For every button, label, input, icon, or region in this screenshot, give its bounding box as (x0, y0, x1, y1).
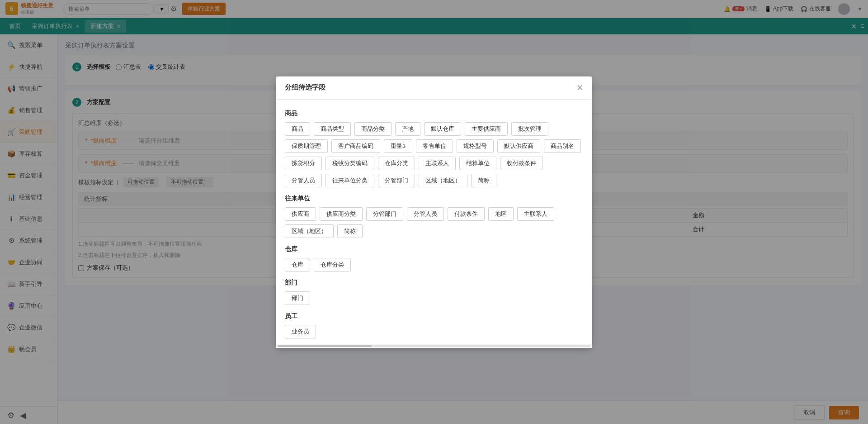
field-tag[interactable]: 供应商 (285, 207, 316, 221)
field-tag[interactable]: 分管部门 (366, 207, 403, 221)
field-tag[interactable]: 地区 (488, 207, 514, 221)
field-tag[interactable]: 简称 (471, 174, 496, 187)
field-tags: 供应商供应商分类分管部门分管人员付款条件地区主联系人区域（地区）简称 (285, 207, 583, 238)
field-tag[interactable]: 商品别名 (544, 139, 581, 153)
scroll-track (278, 345, 590, 347)
field-tag[interactable]: 税收分类编码 (326, 157, 374, 170)
field-section-title: 往来单位 (285, 195, 583, 203)
field-tag[interactable]: 零售单位 (416, 139, 453, 153)
field-tag[interactable]: 区域（地区） (285, 224, 334, 238)
field-section-title: 商品 (285, 110, 583, 118)
field-tag[interactable]: 商品类型 (314, 122, 351, 136)
field-tag[interactable]: 仓库分类 (314, 258, 351, 272)
field-tag[interactable]: 供应商分类 (320, 207, 363, 221)
modal-overlay: 分组待选字段 ✕ 商品商品商品类型商品分类产地默认仓库主要供应商批次管理保质期管… (0, 0, 868, 424)
field-tag[interactable]: 客户商品编码 (331, 139, 380, 153)
field-tag[interactable]: 默认供应商 (497, 139, 540, 153)
modal-close-button[interactable]: ✕ (576, 83, 583, 93)
field-section-title: 仓库 (285, 245, 583, 253)
field-tags: 业务员 (285, 325, 583, 338)
field-tag[interactable]: 拣货积分 (285, 157, 322, 170)
field-tag[interactable]: 规格型号 (457, 139, 494, 153)
field-section-title: 员工 (285, 312, 583, 320)
field-tag[interactable]: 主要供应商 (465, 122, 508, 136)
field-tags: 商品商品类型商品分类产地默认仓库主要供应商批次管理保质期管理客户商品编码重量3零… (285, 122, 583, 187)
modal-body[interactable]: 商品商品商品类型商品分类产地默认仓库主要供应商批次管理保质期管理客户商品编码重量… (276, 100, 592, 344)
modal-dialog: 分组待选字段 ✕ 商品商品商品类型商品分类产地默认仓库主要供应商批次管理保质期管… (276, 76, 592, 348)
field-tag[interactable]: 分管人员 (407, 207, 444, 221)
field-tag[interactable]: 业务员 (285, 325, 316, 338)
field-tag[interactable]: 分管部门 (378, 174, 415, 187)
field-tag[interactable]: 主联系人 (517, 207, 554, 221)
field-tag[interactable]: 批次管理 (511, 122, 548, 136)
modal-title: 分组待选字段 (285, 83, 326, 92)
modal-horizontal-scrollbar[interactable] (276, 344, 592, 348)
field-tag[interactable]: 产地 (395, 122, 420, 136)
modal-header: 分组待选字段 ✕ (276, 76, 592, 100)
field-tags: 仓库仓库分类 (285, 258, 583, 272)
field-tag[interactable]: 默认仓库 (424, 122, 461, 136)
field-tag[interactable]: 付款条件 (448, 207, 485, 221)
field-tag[interactable]: 分管人员 (285, 174, 322, 187)
field-tag[interactable]: 保质期管理 (285, 139, 328, 153)
field-tag[interactable]: 主联系人 (419, 157, 456, 170)
field-tag[interactable]: 部门 (285, 291, 310, 305)
field-section-title: 部门 (285, 279, 583, 287)
field-tag[interactable]: 区域（地区） (419, 174, 467, 187)
field-tag[interactable]: 仓库分类 (378, 157, 415, 170)
field-tag[interactable]: 简称 (337, 224, 363, 238)
field-tag[interactable]: 商品分类 (354, 122, 392, 136)
field-tags: 部门 (285, 291, 583, 305)
field-tag[interactable]: 往来单位分类 (326, 174, 374, 187)
field-tag[interactable]: 收付款条件 (500, 157, 543, 170)
field-tag[interactable]: 仓库 (285, 258, 310, 272)
field-tag[interactable]: 商品 (285, 122, 310, 136)
scroll-thumb (278, 345, 372, 347)
field-tag[interactable]: 结算单位 (459, 157, 496, 170)
field-tag[interactable]: 重量3 (384, 139, 412, 153)
